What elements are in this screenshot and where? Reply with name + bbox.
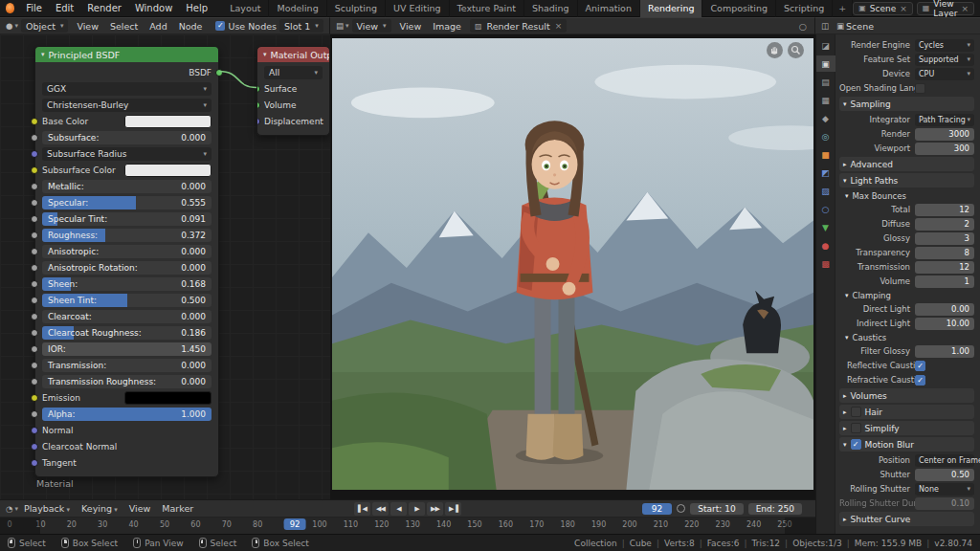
properties-tab-view-layer[interactable]: ▦ [816, 92, 835, 108]
slider-transmission-roughness[interactable]: Transmission Roughness:0.000 [42, 375, 212, 388]
panel-checkbox-motion-blur[interactable]: ✓ [851, 439, 861, 450]
menu-render[interactable]: Render [80, 2, 128, 14]
play-button[interactable]: ▶ [409, 502, 425, 516]
socket-subsurface-radius[interactable] [31, 150, 38, 158]
node-header[interactable]: ▾ Material Output [257, 47, 329, 62]
image-datablock-selector[interactable]: ▨ Render Result × [470, 19, 567, 33]
field-glossy[interactable]: 3 [915, 232, 974, 245]
field-transmission[interactable]: 12 [915, 261, 974, 274]
color-swatch-emission[interactable] [124, 391, 212, 405]
image-menu-image[interactable]: Image [427, 21, 467, 32]
properties-tab-modifiers[interactable]: ◩ [816, 165, 835, 181]
socket-tangent[interactable] [31, 459, 38, 467]
shader-editor-type-icon[interactable]: ● [6, 21, 12, 31]
socket-ior[interactable] [31, 345, 38, 353]
socket-displacement[interactable] [256, 118, 260, 125]
socket-roughness[interactable] [31, 231, 38, 239]
menu-file[interactable]: File [19, 2, 49, 14]
panel-sampling[interactable]: ▾Sampling [839, 97, 974, 111]
workspace-tab-layout[interactable]: Layout [222, 0, 269, 17]
workspace-tab-rendering[interactable]: Rendering [640, 0, 703, 17]
auto-keying-toggle[interactable] [677, 504, 685, 513]
properties-tab-physics[interactable]: ○ [816, 201, 835, 217]
shader-menu-view[interactable]: View [71, 21, 104, 32]
principled-bsdf-node[interactable]: ▾ Principled BSDF BSDFGGX▾Christensen-Bu… [34, 46, 219, 477]
socket-clearcoat[interactable] [31, 313, 38, 320]
socket-transmission-roughness[interactable] [31, 378, 38, 386]
panel-light-paths[interactable]: ▾Light Paths [839, 173, 974, 187]
dropdown-integrator[interactable]: Path Tracing▾ [915, 114, 974, 126]
dropdown-feature-set[interactable]: Supported▾ [915, 54, 974, 66]
socket-volume[interactable] [256, 101, 260, 109]
panel-volumes[interactable]: ▸Volumes [839, 388, 974, 403]
panel-motion-blur[interactable]: ▾✓Motion Blur [839, 437, 974, 452]
image-menu-view[interactable]: View [394, 21, 428, 32]
checkbox-refractive-caustics[interactable]: ✓ [915, 375, 925, 386]
workspace-tab-texture-paint[interactable]: Texture Paint [450, 0, 524, 17]
timeline-menu-view[interactable]: View [123, 503, 157, 514]
slider-alpha[interactable]: Alpha:1.000 [42, 408, 212, 421]
jump-to-end-button[interactable]: ▶▐ [445, 502, 461, 516]
unlink-view-layer-icon[interactable]: × [961, 4, 969, 13]
slider-anisotropic[interactable]: Anisotropic:0.000 [42, 245, 212, 258]
field-total[interactable]: 12 [915, 204, 974, 216]
field-rolling-shutter-dur[interactable]: 0.10 [915, 497, 974, 510]
dropdown-rolling-shutter[interactable]: None▾ [915, 483, 974, 496]
socket-emission[interactable] [31, 394, 38, 402]
socket-subsurface[interactable] [31, 134, 38, 142]
socket-sheen-tint[interactable] [31, 297, 38, 304]
shader-editor[interactable]: ▾ Principled BSDF BSDFGGX▾Christensen-Bu… [0, 34, 330, 499]
field-diffuse[interactable]: 2 [915, 218, 974, 231]
properties-tab-material[interactable]: ● [816, 237, 835, 253]
panel-checkbox-simplify[interactable] [851, 423, 861, 433]
shader-menu-select[interactable]: Select [104, 21, 144, 32]
zoom-gizmo[interactable] [788, 42, 804, 58]
unlink-image-icon[interactable]: × [555, 21, 563, 31]
timeline-menu-marker[interactable]: Marker [156, 503, 199, 514]
scene-selector[interactable]: ▣ Scene × [853, 2, 913, 15]
slider-ior[interactable]: IOR:1.450 [42, 342, 212, 356]
socket-anisotropic-rotation[interactable] [31, 264, 38, 272]
timeline-menu-keying[interactable]: Keying ▾ [76, 503, 123, 514]
blender-logo-icon[interactable] [6, 3, 14, 13]
frame-start-field[interactable]: Start:10 [690, 503, 743, 515]
workspace-tab-animation[interactable]: Animation [578, 0, 640, 17]
socket-surface[interactable] [256, 85, 260, 93]
menu-window[interactable]: Window [128, 2, 179, 14]
timeline-menu-playback[interactable]: Playback ▾ [18, 503, 76, 514]
timeline-ruler[interactable]: 0102030405060708090100110120130140150160… [0, 518, 815, 534]
dropdown-ggx[interactable]: GGX▾ [42, 82, 212, 96]
socket-alpha[interactable] [31, 410, 38, 418]
properties-tab-world[interactable]: ◎ [816, 128, 835, 144]
dropdown-christensen-burley[interactable]: Christensen-Burley▾ [42, 99, 212, 112]
current-frame-field[interactable]: 92 [642, 503, 672, 515]
slider-subsurface[interactable]: Subsurface:0.000 [42, 131, 212, 144]
socket-specular[interactable] [31, 199, 38, 207]
pin-icon[interactable]: ○ [799, 21, 807, 32]
workspace-tab-sculpting[interactable]: Sculpting [327, 0, 386, 17]
field-direct-light[interactable]: 0.00 [915, 303, 974, 316]
slider-roughness[interactable]: Roughness:0.372 [42, 229, 212, 242]
field-transparency[interactable]: 8 [915, 247, 974, 259]
checkbox-open-shading-language[interactable] [915, 83, 925, 94]
slider-clearcoat-roughness[interactable]: Clearcoat Roughness:0.186 [42, 326, 212, 340]
image-editor-type-icon[interactable]: ▤ [336, 21, 344, 31]
current-frame-marker[interactable]: 92 [284, 518, 306, 530]
socket-normal[interactable] [31, 427, 38, 434]
add-workspace-button[interactable]: + [833, 0, 853, 17]
slider-transmission[interactable]: Transmission:0.000 [42, 359, 212, 372]
menu-edit[interactable]: Edit [49, 2, 80, 14]
slider-specular-tint[interactable]: Specular Tint:0.091 [42, 212, 212, 226]
dropdown-position[interactable]: Center on Frame▾ [915, 454, 974, 467]
field-volume[interactable]: 1 [915, 276, 974, 288]
panel-shutter-curve[interactable]: ▸Shutter Curve [839, 512, 974, 526]
color-swatch-subsurface-color[interactable] [124, 164, 212, 177]
dropdown-device[interactable]: CPU▾ [915, 68, 974, 80]
collapse-icon[interactable]: ▾ [263, 51, 267, 58]
material-output-node[interactable]: ▾ Material Output All▾SurfaceVolumeDispl… [256, 46, 330, 136]
use-nodes-checkbox[interactable]: ✓ [215, 21, 225, 31]
panel-checkbox-hair[interactable] [851, 407, 861, 417]
properties-tab-object[interactable]: ■ [816, 146, 835, 163]
shader-mode-dropdown[interactable]: Object▾ [21, 19, 68, 33]
panel-hair[interactable]: ▸Hair [839, 405, 974, 419]
